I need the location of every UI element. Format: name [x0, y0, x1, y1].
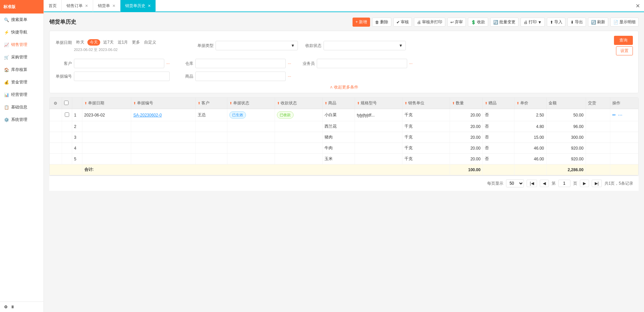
pause-icon[interactable]: ⏸	[10, 305, 15, 309]
discard-button[interactable]: ↩ 弃审	[447, 18, 466, 27]
new-button[interactable]: + 新增	[353, 18, 370, 27]
staff-dots[interactable]: ···	[409, 61, 413, 66]
shortcut-7days[interactable]: 近7天	[102, 39, 115, 46]
settings-bottom-icon[interactable]: ⚙	[4, 305, 8, 309]
col-gift[interactable]: ⬆ 赠品	[483, 98, 514, 109]
doc-no-input[interactable]	[74, 72, 170, 81]
tab-home[interactable]: 首页	[44, 0, 62, 12]
per-page-select[interactable]: 50 100 200	[506, 179, 524, 187]
review-icon: ✔	[396, 20, 400, 25]
sidebar-item-purchase-mgmt[interactable]: 🛒 采购管理	[0, 51, 44, 63]
page-input[interactable]: 1	[558, 180, 570, 187]
col-unit-price[interactable]: ⬆ 单价	[514, 98, 546, 109]
filter-collect-status-group: 收款状态 ▼	[305, 41, 406, 50]
row-cb-0[interactable]	[62, 109, 72, 121]
goods-dots[interactable]: ···	[288, 74, 291, 79]
col-customer[interactable]: ⬆ 客户	[195, 98, 227, 109]
staff-input[interactable]	[317, 59, 407, 68]
customer-dots[interactable]: ···	[166, 61, 170, 66]
setting-button[interactable]: 设置	[616, 46, 633, 55]
shortcut-1month[interactable]: 近1月	[117, 39, 129, 46]
prev-page-button[interactable]: ◀	[540, 180, 549, 187]
footer-label	[50, 164, 82, 175]
sidebar-item-inventory[interactable]: 🏠 库存核算	[0, 63, 44, 76]
shortcut-more[interactable]: 更多	[131, 39, 141, 46]
filter-docno-group: 单据编号	[55, 72, 170, 81]
last-page-button[interactable]: ▶|	[592, 180, 602, 187]
sidebar-item-sales-mgmt[interactable]: 📈 销售管理	[0, 38, 44, 51]
tab-sales-order-close[interactable]: ✕	[85, 4, 88, 8]
col-collect-status[interactable]: ⬆ 收款状态	[275, 98, 322, 109]
tab-sales-goods[interactable]: 销货单 ✕	[93, 0, 120, 12]
row-goods-3: 牛肉	[322, 143, 355, 154]
export-button[interactable]: ⬇ 导出	[567, 18, 586, 27]
filter-row-1: 单据日期 昨天 今天 近7天 近1月 更多 自定义 2023-06-02 至 2…	[55, 36, 633, 55]
row-gear-1	[50, 121, 62, 132]
row-transaction-0	[586, 109, 610, 121]
sidebar-item-search-menu[interactable]: 🔍 搜索菜单	[0, 14, 44, 26]
review-button[interactable]: ✔ 审核	[393, 18, 412, 27]
show-detail-button[interactable]: 📄 显示明细	[610, 18, 639, 27]
col-gear[interactable]: ⚙	[50, 98, 62, 109]
col-quantity[interactable]: ⬆ 数量	[450, 98, 483, 109]
row-collect-status-3	[275, 143, 322, 154]
col-doc-status[interactable]: ⬆ 单据状态	[227, 98, 275, 109]
warehouse-input[interactable]	[195, 59, 286, 68]
shortcut-today[interactable]: 今天	[87, 39, 100, 46]
col-doc-date[interactable]: ⬆ 单据日期	[82, 98, 131, 109]
row-checkbox-0[interactable]	[65, 112, 69, 117]
goods-input[interactable]	[195, 72, 286, 81]
sidebar-item-quick-nav[interactable]: ⚡ 快捷导航	[0, 26, 44, 38]
row-action-0: ✏ ⋯	[610, 109, 638, 121]
batch-change-button[interactable]: 🔄 批量变更	[490, 18, 519, 27]
shortcut-yesterday[interactable]: 昨天	[75, 39, 85, 46]
window-close-button[interactable]: ✕	[632, 3, 644, 9]
filter-row-3: 单据编号 商品 ···	[55, 72, 633, 81]
row-cb-1[interactable]	[62, 121, 72, 132]
delete-button[interactable]: 🗑 删除	[372, 18, 391, 27]
discard-icon: ↩	[450, 20, 454, 25]
row-cb-3[interactable]	[62, 143, 72, 154]
print-button[interactable]: 🖨 打印 ▼	[521, 18, 545, 27]
refresh-button[interactable]: 🔃 刷新	[588, 18, 608, 27]
sidebar-item-ops-mgmt[interactable]: 📊 经营管理	[0, 88, 44, 101]
review-print-button[interactable]: 🖨 审核并打印	[414, 18, 445, 27]
col-amount: 金额	[546, 98, 586, 109]
main-area: 首页 销售订单 ✕ 销货单 ✕ 销货单历史 ✕ ✕ 销货单历史 + 新增 🗑 删…	[44, 0, 644, 312]
collect-status-select[interactable]: ▼	[324, 41, 406, 50]
row-cb-2[interactable]	[62, 132, 72, 143]
tab-sales-goods-close[interactable]: ✕	[112, 4, 115, 8]
row-action-4	[610, 154, 638, 164]
next-page-button[interactable]: ▶	[580, 180, 589, 187]
col-checkbox[interactable]	[62, 98, 72, 109]
collect-button[interactable]: 💲 收款	[468, 18, 488, 27]
col-spec-type[interactable]: ⬆ 规格型号	[355, 98, 402, 109]
row-doc-date-1	[82, 121, 131, 132]
collapse-button[interactable]: ∧ 收起更多条件	[55, 84, 633, 90]
select-all-checkbox[interactable]	[64, 101, 68, 105]
row-action-2	[610, 132, 638, 143]
col-doc-no[interactable]: ⬆ 单据编号	[131, 98, 195, 109]
row-doc-no-2	[131, 132, 195, 143]
tab-sales-history-close[interactable]: ✕	[148, 4, 151, 8]
sidebar-item-finance-mgmt[interactable]: 💰 资金管理	[0, 76, 44, 88]
edit-icon-0[interactable]: ✏	[612, 112, 616, 118]
row-cb-4[interactable]	[62, 154, 72, 164]
col-sales-unit[interactable]: ⬆ 销售单位	[402, 98, 450, 109]
tab-sales-order[interactable]: 销售订单 ✕	[62, 0, 93, 12]
row-customer-3	[195, 143, 227, 154]
first-page-button[interactable]: |◀	[527, 180, 537, 187]
sidebar-item-sys-mgmt[interactable]: ⚙️ 系统管理	[0, 113, 44, 126]
doc-no-link-0[interactable]: SA-20230602-0	[133, 113, 162, 118]
query-button[interactable]: 查询	[614, 36, 633, 45]
sidebar-item-base-info[interactable]: 📋 基础信息	[0, 101, 44, 113]
tab-sales-history[interactable]: 销货单历史 ✕	[120, 0, 156, 12]
more-icon-0[interactable]: ⋯	[618, 112, 622, 118]
col-goods[interactable]: ⬆ 商品	[322, 98, 355, 109]
import-button[interactable]: ⬆ 导入	[547, 18, 565, 27]
shortcut-custom[interactable]: 自定义	[143, 39, 157, 46]
customer-input[interactable]	[74, 59, 164, 68]
warehouse-dots[interactable]: ···	[288, 61, 291, 66]
doc-type-select[interactable]: ▼	[216, 41, 298, 50]
gear-icon[interactable]: ⚙	[54, 101, 57, 106]
